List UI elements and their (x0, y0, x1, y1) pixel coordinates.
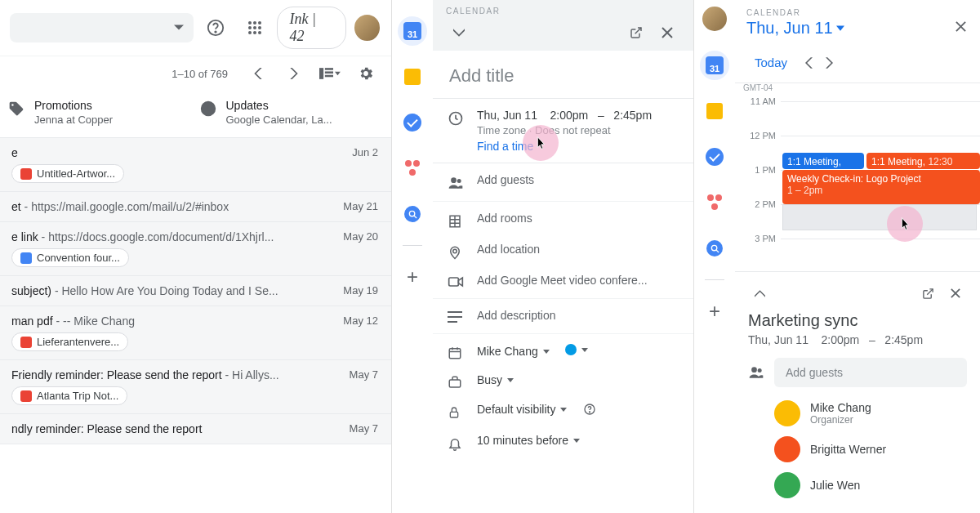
event-time: 12:30p (787, 167, 817, 169)
email-row[interactable]: Jun 2 e Untitled-Artwor... (0, 138, 391, 192)
detail-title[interactable]: Marketing sync (748, 311, 967, 330)
close-icon[interactable] (654, 20, 680, 46)
close-icon[interactable] (949, 15, 972, 38)
guest-row[interactable]: Julie Wen (774, 467, 967, 503)
event-time: 12:30 (928, 156, 952, 167)
pdf-icon (20, 168, 32, 180)
svg-rect-14 (325, 75, 333, 78)
email-preview: - https://docs.google.com/document/d/1Xh… (38, 230, 274, 243)
attachment-chip[interactable]: Convention four... (11, 248, 129, 267)
email-row[interactable]: May 7 ndly reminder: Please send the rep… (0, 414, 391, 444)
rail-separator (403, 245, 422, 246)
email-date: Jun 2 (352, 146, 378, 158)
rail-add[interactable]: + (700, 297, 729, 326)
visibility-row[interactable]: Default visibility (433, 393, 693, 424)
account-switcher[interactable] (10, 13, 194, 42)
email-subject: man pdf (11, 314, 53, 328)
attachment-chip[interactable]: Atlanta Trip Not... (11, 386, 127, 405)
event-weekly[interactable]: Weekly Check-in: Logo Project 1 – 2pm (782, 170, 980, 204)
calendar-owner-row[interactable]: Mike Chang (433, 334, 693, 364)
rail-asana[interactable] (700, 188, 729, 217)
event-start: 2:00pm (550, 109, 589, 122)
category-sub: Jenna at Copper (34, 114, 113, 126)
rail-tasks[interactable] (398, 108, 427, 137)
prev-day-icon[interactable] (802, 54, 816, 72)
rail-search[interactable] (700, 234, 729, 263)
email-row[interactable]: May 21 et - https://mail.google.com/mail… (0, 192, 391, 222)
collapse-detail-icon[interactable] (748, 282, 771, 305)
reminder-row[interactable]: 10 minutes before (433, 424, 693, 455)
svg-point-8 (248, 31, 252, 34)
rail-asana[interactable] (398, 154, 427, 183)
svg-point-17 (207, 111, 209, 113)
rooms-row[interactable]: Add rooms (433, 202, 693, 233)
guest-role: Organizer (810, 414, 871, 426)
user-avatar[interactable] (353, 13, 381, 42)
rail-calendar[interactable]: 31 (398, 16, 427, 46)
email-row[interactable]: May 19 subject) - Hello How Are You Doin… (0, 276, 391, 306)
next-day-icon[interactable] (822, 54, 836, 72)
busy-row[interactable]: Busy (433, 364, 693, 393)
prev-page-icon[interactable] (247, 63, 269, 84)
hour-label: 2 PM (743, 199, 776, 209)
category-promotions[interactable]: Promotions Jenna at Copper (8, 99, 192, 126)
rail-search[interactable] (398, 199, 427, 229)
guest-row[interactable]: Brigitta Werner (774, 431, 967, 467)
find-time-link[interactable]: Find a time (433, 140, 693, 163)
event-title-input[interactable]: Add title (433, 51, 693, 99)
svg-point-9 (253, 31, 256, 34)
calendar-date-selector[interactable]: Thu, Jun 11 (746, 19, 969, 38)
time-grid[interactable]: GMT-04 11 AM 12 PM 1 PM 2 PM 3 PM 1:1 Me… (740, 83, 980, 271)
event-color-picker[interactable] (565, 344, 588, 355)
chip-text: Lieferantenvere... (37, 336, 119, 348)
meet-row[interactable]: Add Google Meet video confere... (433, 264, 693, 299)
email-row[interactable]: May 20 e link - https://docs.google.com/… (0, 222, 391, 276)
open-external-icon[interactable] (916, 282, 939, 305)
category-title: Updates (226, 99, 332, 112)
next-page-icon[interactable] (283, 63, 305, 84)
event-meeting-blue[interactable]: 1:1 Meeting, 12:30p (782, 153, 864, 169)
email-date: May 7 (350, 368, 378, 381)
rail-keep[interactable] (398, 62, 427, 91)
rail-tasks[interactable] (700, 142, 729, 172)
help-icon[interactable] (200, 11, 232, 44)
detail-time: Thu, Jun 11 2:00pm – 2:45pm (748, 333, 967, 346)
calendar-small-icon (448, 346, 464, 360)
help-small-icon[interactable] (583, 403, 596, 416)
cloudsearch-icon (404, 206, 421, 222)
new-event-slot[interactable] (782, 204, 977, 230)
email-preview: - https://mail.google.com/mail/u/2/#inbo… (21, 200, 229, 213)
event-date: Thu, Jun 11 (477, 109, 537, 122)
busy-text: Busy (477, 373, 502, 386)
rail-calendar[interactable]: 31 (700, 51, 729, 80)
collapse-icon[interactable] (446, 20, 472, 46)
rail-keep[interactable] (700, 96, 729, 126)
attachment-chip[interactable]: Untitled-Artwor... (11, 164, 124, 183)
svg-rect-11 (319, 68, 323, 79)
side-rail: 31 + (392, 0, 433, 513)
today-button[interactable]: Today (746, 51, 795, 74)
gmail-pane: Ink | 42 1–10 of 769 Promotions Jenna at… (0, 0, 392, 513)
close-detail-icon[interactable] (944, 282, 967, 305)
attachment-chip[interactable]: Lieferantenvere... (11, 332, 128, 351)
email-row[interactable]: May 7 Friendly reminder: Please send the… (0, 360, 391, 414)
panel-topbar: CALENDAR (433, 0, 693, 51)
description-row[interactable]: Add description (433, 299, 693, 334)
location-row[interactable]: Add location (433, 233, 693, 264)
email-date: May 19 (343, 284, 378, 297)
rail-add[interactable]: + (398, 262, 427, 292)
guest-row[interactable]: Mike Chang Organizer (774, 395, 967, 431)
apps-grid-icon[interactable] (238, 11, 270, 44)
email-row[interactable]: May 12 man pdf - -- Mike Chang Lieferant… (0, 306, 391, 360)
category-updates[interactable]: Updates Google Calendar, La... (200, 99, 384, 126)
open-external-icon[interactable] (623, 20, 649, 46)
settings-gear-icon[interactable] (355, 63, 376, 84)
room-icon (448, 213, 464, 230)
split-pane-icon[interactable] (319, 63, 341, 84)
time-row[interactable]: Thu, Jun 11 2:00pm – 2:45pm Time zone · … (433, 99, 693, 140)
guests-row[interactable]: Add guests (433, 163, 693, 202)
event-meeting-orange[interactable]: 1:1 Meeting, 12:30 (866, 153, 980, 169)
user-avatar-2[interactable] (701, 5, 728, 33)
guest-search-input[interactable]: Add guests (774, 358, 967, 387)
event-time: 1 – 2pm (787, 185, 975, 196)
